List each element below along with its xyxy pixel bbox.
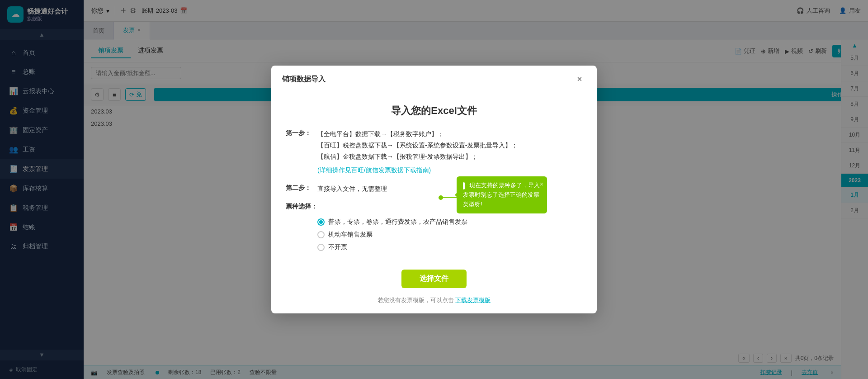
step1-line3: 【航信】金税盘数据下载→【报税管理-发票数据导出】； [317,151,518,162]
modal-footer: 选择文件 [271,262,597,292]
tooltip-bar-icon [463,182,465,190]
ticket-label: 票种选择： [286,202,317,211]
step1-content: 【全电平台】数据下载→【税务数字账户】； 【百旺】税控盘数据下载→【系统设置-系… [317,128,518,176]
import-modal: 销项数据导入 × 导入您的Excel文件 第一步： 【全电平台】数据下载→【税务… [271,66,597,313]
radio-motor-circle [317,231,325,238]
step1-label: 第一步： [286,128,317,137]
modal-big-title: 导入您的Excel文件 [286,104,582,118]
radio-no-invoice-label: 不开票 [328,243,347,251]
tooltip-bubble: × 现在支持的票种多了，导入发票时别忘了选择正确的发票类型呀! [457,176,547,213]
radio-normal-label: 普票，专票，卷票，通行费发票，农产品销售发票 [328,218,467,226]
tooltip-text: 现在支持的票种多了，导入发票时别忘了选择正确的发票类型呀! [463,182,540,208]
bottom-note-text: 若您没有发票模版，可以点击 [377,297,454,303]
download-template-link[interactable]: 下载发票模版 [455,297,491,303]
radio-motor[interactable]: 机动车销售发票 [317,231,582,239]
tooltip-close-button[interactable]: × [540,179,543,189]
step1-link-row: (详细操作见百旺/航信发票数据下载指南) [317,165,518,176]
step1-line1: 【全电平台】数据下载→【税务数字账户】； [317,128,518,140]
step1-row: 第一步： 【全电平台】数据下载→【税务数字账户】； 【百旺】税控盘数据下载→【系… [286,128,582,176]
modal-title: 销项数据导入 [282,75,326,84]
modal-body: 导入您的Excel文件 第一步： 【全电平台】数据下载→【税务数字账户】； 【百… [271,93,597,262]
modal-close-button[interactable]: × [573,73,586,85]
radio-normal-circle [317,218,325,226]
radio-no-invoice-circle [317,244,325,251]
step2-content: 直接导入文件，无需整理 [317,183,387,194]
radio-no-invoice[interactable]: 不开票 [317,243,582,251]
radio-normal-dot [319,220,323,224]
ticket-radio-group: 普票，专票，卷票，通行费发票，农产品销售发票 机动车销售发票 不开票 [317,218,582,251]
modal-bottom-note: 若您没有发票模版，可以点击 下载发票模版 [271,292,597,313]
radio-normal[interactable]: 普票，专票，卷票，通行费发票，农产品销售发票 [317,218,582,226]
select-file-button[interactable]: 选择文件 [401,270,467,288]
tooltip-connector-dot [439,195,443,200]
radio-motor-label: 机动车销售发票 [328,231,373,239]
step1-guide-link[interactable]: (详细操作见百旺/航信发票数据下载指南) [317,166,431,174]
modal-header: 销项数据导入 × [271,66,597,93]
step1-line2: 【百旺】税控盘数据下载→【系统设置-系统参数设置-发票批量导入】； [317,140,518,151]
step2-label: 第二步： [286,183,317,192]
